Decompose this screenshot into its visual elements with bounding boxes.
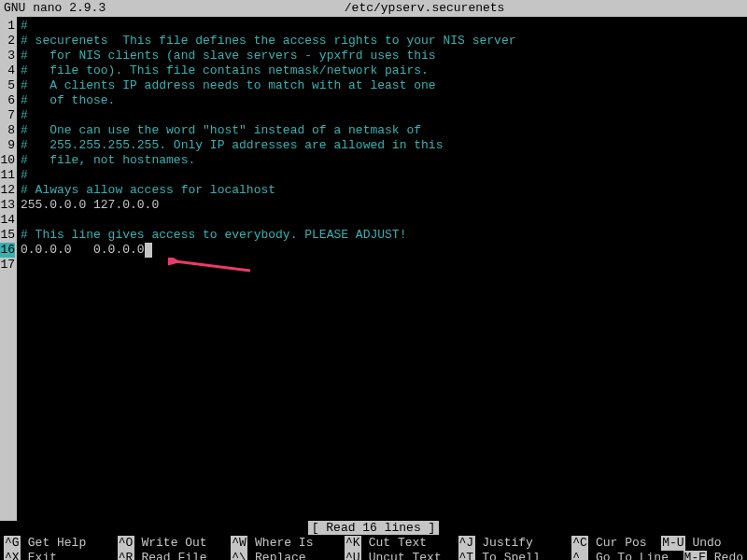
status-message: [ Read 16 lines ] xyxy=(308,521,440,535)
code-line[interactable]: # One can use the word "host" instead of… xyxy=(21,123,747,138)
shortcut-key: ^R xyxy=(118,551,134,560)
code-line[interactable] xyxy=(21,258,747,273)
line-number: 13 xyxy=(0,198,15,213)
code-line[interactable]: # securenets This file defines the acces… xyxy=(21,34,747,49)
line-number: 1 xyxy=(0,19,15,34)
file-path: /etc/ypserv.securenets xyxy=(345,0,505,17)
line-number: 11 xyxy=(0,168,15,183)
line-number: 17 xyxy=(0,258,15,273)
editor-area[interactable]: 1234567891011121314151617 ## securenets … xyxy=(0,17,747,521)
code-line[interactable]: # xyxy=(21,19,747,34)
line-number: 16 xyxy=(0,243,15,258)
line-number: 5 xyxy=(0,78,15,93)
line-number-gutter: 1234567891011121314151617 xyxy=(0,17,17,521)
shortcut-key: ^J xyxy=(458,536,475,551)
line-number: 3 xyxy=(0,49,15,63)
shortcut-key: ^U xyxy=(345,551,361,560)
shortcut-key: ^K xyxy=(345,536,361,551)
code-line[interactable]: # file, not hostnames. xyxy=(21,153,747,168)
line-number: 8 xyxy=(0,123,15,138)
shortcut-get-help[interactable]: ^G Get Help xyxy=(4,536,118,551)
status-bar: [ Read 16 lines ] xyxy=(0,521,747,536)
shortcut-cur-pos[interactable]: ^C Cur Pos M-U Undo xyxy=(571,536,743,551)
shortcut-where-is[interactable]: ^W Where Is xyxy=(231,536,345,551)
shortcut-uncut-text[interactable]: ^U Uncut Text xyxy=(345,551,458,560)
code-line[interactable]: # of those. xyxy=(21,93,747,108)
code-line[interactable]: # file too). This file contains netmask/… xyxy=(21,63,747,78)
shortcut-key: ^T xyxy=(458,551,475,560)
line-number: 12 xyxy=(0,183,15,198)
shortcut-justify[interactable]: ^J Justify xyxy=(458,536,572,551)
line-number: 6 xyxy=(0,93,15,108)
shortcut-read-file[interactable]: ^R Read File xyxy=(118,551,232,560)
line-number: 4 xyxy=(0,63,15,78)
code-line[interactable]: # for NIS clients (and slave servers - y… xyxy=(21,49,747,63)
text-cursor xyxy=(145,243,152,258)
line-number: 15 xyxy=(0,228,15,243)
code-line[interactable]: 255.0.0.0 127.0.0.0 xyxy=(21,198,747,213)
shortcut-cut-text[interactable]: ^K Cut Text xyxy=(345,536,458,551)
shortcut-exit[interactable]: ^X Exit xyxy=(4,551,118,560)
shortcut-key: M-E xyxy=(684,551,707,560)
shortcut-to-spell[interactable]: ^T To Spell xyxy=(458,551,572,560)
shortcut-key: ^X xyxy=(4,551,21,560)
line-number: 10 xyxy=(0,153,15,168)
shortcut-go-to-line[interactable]: ^_ Go To Line M-E Redo xyxy=(571,551,743,560)
code-line[interactable]: # A clients IP address needs to match wi… xyxy=(21,78,747,93)
code-line[interactable]: # 255.255.255.255. Only IP addresses are… xyxy=(21,138,747,153)
shortcut-key: ^G xyxy=(4,536,21,551)
line-number: 9 xyxy=(0,138,15,153)
shortcut-key: ^C xyxy=(571,536,588,551)
line-number: 7 xyxy=(0,108,15,123)
code-line[interactable]: # xyxy=(21,168,747,183)
shortcut-key: ^W xyxy=(231,536,247,551)
shortcut-write-out[interactable]: ^O Write Out xyxy=(118,536,232,551)
code-line[interactable]: 0.0.0.0 0.0.0.0 xyxy=(21,243,747,258)
code-line[interactable]: # This line gives access to everybody. P… xyxy=(21,228,747,243)
app-name: GNU nano 2.9.3 xyxy=(4,0,106,17)
code-line[interactable]: # xyxy=(21,108,747,123)
code-line[interactable]: # Always allow access for localhost xyxy=(21,183,747,198)
shortcut-key: M-U xyxy=(661,536,684,551)
code-line[interactable] xyxy=(21,213,747,228)
shortcut-bar: ^G Get Help^O Write Out^W Where Is^K Cut… xyxy=(0,536,747,560)
line-number: 2 xyxy=(0,34,15,49)
line-number: 14 xyxy=(0,213,15,228)
shortcut-key: ^\ xyxy=(231,551,247,560)
shortcut-key: ^_ xyxy=(571,551,588,560)
shortcut-replace[interactable]: ^\ Replace xyxy=(231,551,345,560)
shortcut-key: ^O xyxy=(118,536,134,551)
text-content[interactable]: ## securenets This file defines the acce… xyxy=(17,17,747,521)
title-bar: GNU nano 2.9.3 /etc/ypserv.securenets xyxy=(0,0,747,17)
